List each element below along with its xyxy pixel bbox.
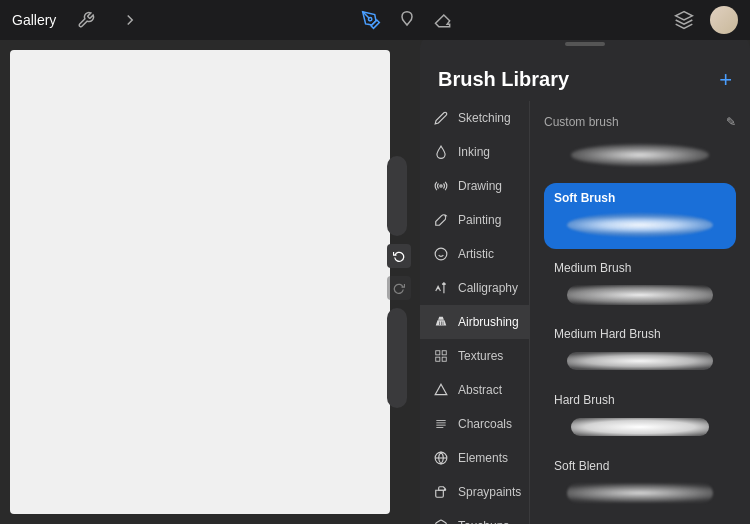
wrench-icon[interactable] <box>72 6 100 34</box>
drawing-canvas[interactable] <box>10 50 390 514</box>
edit-icon[interactable]: ✎ <box>726 115 736 129</box>
brush-item-medium-hard-brush[interactable]: Medium Hard Brush <box>530 319 750 385</box>
category-item-touchups[interactable]: Touchups <box>420 509 529 524</box>
category-item-charcoals[interactable]: Charcoals <box>420 407 529 441</box>
svg-point-17 <box>445 489 446 490</box>
layers-tool-btn[interactable] <box>670 6 698 34</box>
toolbar-left: Gallery <box>12 6 144 34</box>
category-list: SketchingInkingDrawingPaintingArtisticCa… <box>420 101 530 524</box>
panel-title: Brush Library <box>438 68 569 91</box>
category-label: Abstract <box>458 383 502 397</box>
category-label: Sketching <box>458 111 511 125</box>
toolbar: Gallery <box>0 0 750 40</box>
avatar[interactable] <box>710 6 738 34</box>
panel-header: Brush Library + <box>420 54 750 101</box>
category-label: Artistic <box>458 247 494 261</box>
brush-label: Medium Brush <box>554 261 726 275</box>
svg-marker-10 <box>435 384 447 395</box>
spray-icon <box>432 483 450 501</box>
svg-marker-1 <box>676 12 693 20</box>
brush-label: Soft Blend <box>554 459 726 473</box>
brush-library-panel: Brush Library + SketchingInkingDrawingPa… <box>420 36 750 524</box>
toolbar-right <box>670 6 738 34</box>
calligraphy-icon <box>432 279 450 297</box>
category-item-abstract[interactable]: Abstract <box>420 373 529 407</box>
opacity-slider[interactable] <box>387 156 407 236</box>
category-label: Airbrushing <box>458 315 519 329</box>
panel-drag-handle[interactable] <box>565 42 605 46</box>
category-label: Touchups <box>458 519 509 524</box>
svg-rect-8 <box>436 357 440 361</box>
category-item-calligraphy[interactable]: Calligraphy <box>420 271 529 305</box>
eraser-tool-btn[interactable] <box>429 6 457 34</box>
svg-rect-7 <box>442 351 446 355</box>
custom-brush-label: Custom brush <box>544 115 619 129</box>
airbrush-icon <box>432 313 450 331</box>
elements-icon <box>432 449 450 467</box>
brush-label: Soft Brush <box>554 191 726 205</box>
category-item-painting[interactable]: Painting <box>420 203 529 237</box>
toolbar-center <box>357 6 457 34</box>
size-slider[interactable] <box>387 308 407 408</box>
brush-item-medium-brush[interactable]: Medium Brush <box>530 253 750 319</box>
right-controls <box>387 156 415 408</box>
brush-item-medium-blend[interactable]: Medium Blend <box>530 517 750 524</box>
category-item-textures[interactable]: Textures <box>420 339 529 373</box>
category-label: Inking <box>458 145 490 159</box>
category-item-artistic[interactable]: Artistic <box>420 237 529 271</box>
textures-icon <box>432 347 450 365</box>
undo-button[interactable] <box>387 244 411 268</box>
category-item-elements[interactable]: Elements <box>420 441 529 475</box>
category-label: Charcoals <box>458 417 512 431</box>
touchup-icon <box>432 517 450 524</box>
category-label: Elements <box>458 451 508 465</box>
smudge-tool-btn[interactable] <box>393 6 421 34</box>
brush-label: Medium Hard Brush <box>554 327 726 341</box>
category-label: Textures <box>458 349 503 363</box>
brush-item-soft-blend[interactable]: Soft Blend <box>530 451 750 517</box>
arrow-icon[interactable] <box>116 6 144 34</box>
custom-brush-header: Custom brush✎ <box>530 109 750 131</box>
category-item-airbrushing[interactable]: Airbrushing <box>420 305 529 339</box>
svg-point-3 <box>435 248 447 260</box>
ink-icon <box>432 143 450 161</box>
category-label: Calligraphy <box>458 281 518 295</box>
category-item-inking[interactable]: Inking <box>420 135 529 169</box>
brush-item-hard-brush[interactable]: Hard Brush <box>530 385 750 451</box>
category-label: Spraypaints <box>458 485 521 499</box>
drawing-icon <box>432 177 450 195</box>
pencil-icon <box>432 109 450 127</box>
gallery-button[interactable]: Gallery <box>12 12 56 28</box>
category-item-drawing[interactable]: Drawing <box>420 169 529 203</box>
brush-item-soft-brush[interactable]: Soft Brush <box>530 179 750 253</box>
painting-icon <box>432 211 450 229</box>
category-item-spraypaints[interactable]: Spraypaints <box>420 475 529 509</box>
svg-point-0 <box>369 18 372 21</box>
pencil-tool-btn[interactable] <box>357 6 385 34</box>
svg-rect-6 <box>436 351 440 355</box>
add-brush-button[interactable]: + <box>719 69 732 91</box>
artistic-icon <box>432 245 450 263</box>
brush-label: Hard Brush <box>554 393 726 407</box>
brush-list: Custom brush✎Soft BrushMedium BrushMediu… <box>530 101 750 524</box>
category-label: Drawing <box>458 179 502 193</box>
svg-rect-9 <box>442 357 446 361</box>
abstract-icon <box>432 381 450 399</box>
brush-item-custom[interactable] <box>530 131 750 179</box>
category-label: Painting <box>458 213 501 227</box>
panel-body: SketchingInkingDrawingPaintingArtisticCa… <box>420 101 750 524</box>
svg-point-2 <box>440 185 442 187</box>
redo-button[interactable] <box>387 276 411 300</box>
category-item-sketching[interactable]: Sketching <box>420 101 529 135</box>
charcoal-icon <box>432 415 450 433</box>
